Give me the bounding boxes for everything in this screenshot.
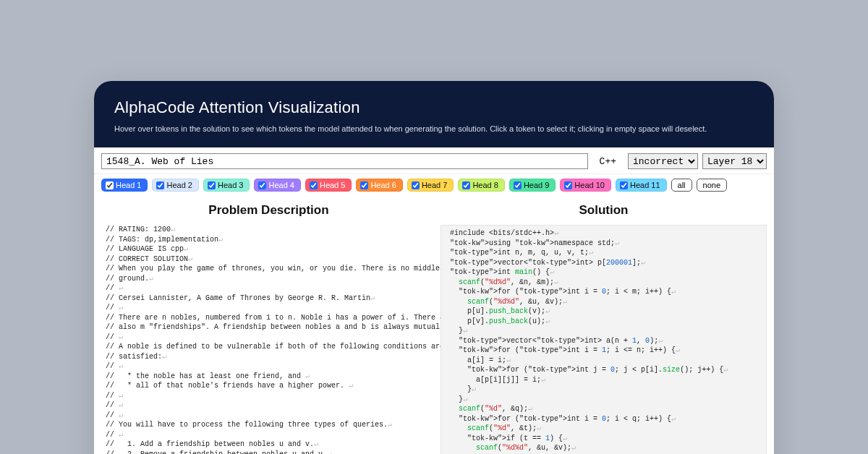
head-checkbox-6[interactable] [360,181,368,189]
head-label: Head 4 [268,181,294,189]
heads-row: Head 1Head 2Head 3Head 4Head 5Head 6Head… [94,174,774,199]
verdict-select[interactable]: incorrect [628,153,698,169]
head-checkbox-3[interactable] [208,181,216,189]
head-toggle-11[interactable]: Head 11 [616,179,667,192]
panels: Problem Description // RATING: 1200↵ // … [94,199,774,454]
head-toggle-9[interactable]: Head 9 [509,179,556,192]
head-label: Head 11 [630,181,660,189]
head-label: Head 2 [166,181,192,189]
head-checkbox-7[interactable] [412,181,420,189]
head-label: Head 3 [218,181,243,189]
head-toggle-7[interactable]: Head 7 [407,179,454,192]
head-checkbox-11[interactable] [620,181,628,189]
problem-description-text[interactable]: // RATING: 1200↵ // TAGS: dp,implementat… [101,225,436,454]
head-toggle-8[interactable]: Head 8 [458,179,504,192]
language-label: C++ [592,156,624,167]
head-checkbox-8[interactable] [462,181,470,189]
head-checkbox-4[interactable] [258,181,266,189]
head-label: Head 6 [370,181,396,189]
head-label: Head 8 [472,181,498,189]
page-title: AlphaCode Attention Visualization [114,98,754,117]
head-label: Head 9 [524,181,549,189]
head-checkbox-9[interactable] [514,181,522,189]
head-toggle-1[interactable]: Head 1 [101,179,148,192]
head-checkbox-5[interactable] [310,181,318,189]
layer-select[interactable]: Layer 18 [702,153,767,169]
solution-heading: Solution [436,199,771,225]
solution-panel: Solution #include <bits/stdc++.h>↵ "tok-… [436,199,771,454]
head-toggle-10[interactable]: Head 10 [560,179,611,192]
solution-code-text[interactable]: #include <bits/stdc++.h>↵ "tok-kw">using… [446,228,762,454]
page-subtitle: Hover over tokens in the solution to see… [114,124,754,133]
head-toggle-2[interactable]: Head 2 [152,179,198,192]
head-label: Head 1 [116,181,141,189]
head-checkbox-10[interactable] [564,181,572,189]
problem-heading: Problem Description [101,199,436,225]
none-button[interactable]: none [697,179,727,192]
head-toggle-5[interactable]: Head 5 [305,179,352,192]
all-button[interactable]: all [671,179,692,192]
head-label: Head 7 [422,181,447,189]
head-checkbox-2[interactable] [156,181,164,189]
head-label: Head 5 [320,181,345,189]
head-toggle-3[interactable]: Head 3 [203,179,250,192]
controls-row: C++ incorrect Layer 18 [94,147,774,174]
head-toggle-4[interactable]: Head 4 [254,179,300,192]
head-label: Head 10 [574,181,605,189]
problem-panel: Problem Description // RATING: 1200↵ // … [101,199,436,454]
header: AlphaCode Attention Visualization Hover … [94,81,774,147]
head-toggle-6[interactable]: Head 6 [356,179,402,192]
head-checkbox-1[interactable] [106,181,114,189]
app-window: AlphaCode Attention Visualization Hover … [94,81,774,454]
problem-select-input[interactable] [101,153,588,169]
